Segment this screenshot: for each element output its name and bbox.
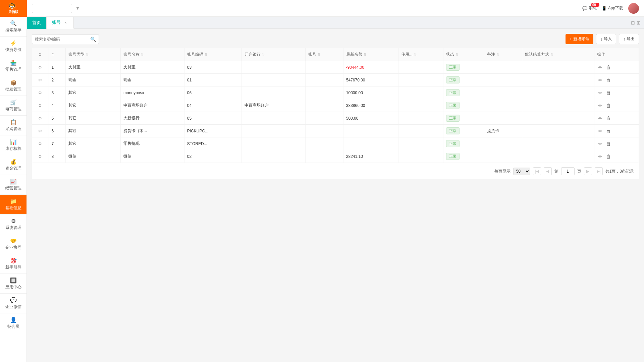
apps-icon: 🔲	[2, 277, 25, 284]
sidebar-item-members[interactable]: 👤 畅会员	[0, 313, 26, 333]
sidebar-item-purchase-label: 采购管理	[2, 126, 25, 132]
col-remark[interactable]: 备注⇅	[484, 48, 522, 61]
page-number-input[interactable]	[561, 167, 575, 175]
search-input[interactable]	[35, 37, 90, 42]
sidebar-item-apps[interactable]: 🔲 应用中心	[0, 274, 26, 294]
cell-type: 支付宝	[65, 61, 120, 74]
cell-usage	[398, 137, 443, 150]
delete-button[interactable]: 🗑	[605, 115, 612, 122]
app-download-button[interactable]: 📱 App下载	[602, 5, 623, 11]
cell-settings[interactable]: ⚙	[32, 99, 49, 112]
sidebar-item-system[interactable]: ⚙ 系统管理	[0, 215, 26, 234]
sidebar-item-ecommerce[interactable]: 🛒 电商管理	[0, 96, 26, 116]
cell-bank	[242, 86, 306, 99]
tab-account[interactable]: 账号 ×	[47, 17, 74, 29]
delete-button[interactable]: 🗑	[605, 128, 612, 134]
delete-button[interactable]: 🗑	[605, 153, 612, 160]
toolbar-right: + 新增账号 ↓ 导入 ↑ 导出	[566, 34, 639, 44]
sidebar-item-quick[interactable]: ⚡ 快捷导航	[0, 37, 26, 56]
cell-usage	[398, 112, 443, 125]
cell-settings[interactable]: ⚙	[32, 74, 49, 86]
next-page-button[interactable]: ▶	[584, 167, 592, 175]
sort-settlement-icon: ⇅	[550, 53, 553, 56]
cell-settings[interactable]: ⚙	[32, 112, 49, 125]
export-button[interactable]: ↑ 导出	[619, 34, 639, 44]
table-row: ⚙ 8 微信 微信 02 28241.10 正常 ✏ 🗑	[32, 150, 639, 163]
per-page-select[interactable]: 50 100	[513, 168, 530, 175]
delete-button[interactable]: 🗑	[605, 89, 612, 96]
edit-button[interactable]: ✏	[597, 128, 604, 134]
sidebar-item-guide[interactable]: 🎯 新手引导	[0, 254, 26, 274]
sidebar-item-operations[interactable]: 📈 经营管理	[0, 175, 26, 195]
cell-settings[interactable]: ⚙	[32, 86, 49, 99]
cell-account	[305, 86, 343, 99]
sidebar-item-purchase[interactable]: 📋 采购管理	[0, 116, 26, 135]
col-name[interactable]: 账号名称⇅	[121, 48, 184, 61]
sidebar-item-collaboration[interactable]: 🤝 企业协同	[0, 234, 26, 254]
tab-maximize-button[interactable]: ⊞	[637, 20, 641, 25]
column-settings-icon[interactable]: ⚙	[38, 52, 42, 57]
prev-page-button[interactable]: ◀	[544, 167, 552, 175]
cell-settings[interactable]: ⚙	[32, 125, 49, 137]
edit-button[interactable]: ✏	[597, 115, 604, 122]
cell-account	[305, 125, 343, 137]
cell-status: 正常	[443, 86, 484, 99]
cell-type: 微信	[65, 150, 120, 163]
edit-button[interactable]: ✏	[597, 140, 604, 147]
sidebar-item-basic[interactable]: 📁 基础信息	[0, 195, 26, 215]
delete-button[interactable]: 🗑	[605, 102, 612, 109]
delete-button[interactable]: 🗑	[605, 77, 612, 83]
cell-settings[interactable]: ⚙	[32, 137, 49, 150]
col-usage[interactable]: 使用...⇅	[398, 48, 443, 61]
edit-button[interactable]: ✏	[597, 153, 604, 160]
col-bank[interactable]: 开户银行⇅	[242, 48, 306, 61]
cell-name: 零售抵现	[121, 137, 184, 150]
edit-button[interactable]: ✏	[597, 64, 604, 71]
tab-close-button[interactable]: ×	[63, 20, 68, 25]
topbar-search-input[interactable]	[32, 4, 72, 13]
sidebar-item-wholesale[interactable]: 📦 批发管理	[0, 76, 26, 96]
sidebar-item-search[interactable]: 🔍 搜索菜单	[0, 17, 26, 37]
import-label: 导入	[604, 36, 612, 42]
sidebar-item-retail[interactable]: 🏪 零售管理	[0, 56, 26, 76]
cell-settings[interactable]: ⚙	[32, 61, 49, 74]
first-page-button[interactable]: |◀	[533, 167, 541, 175]
delete-button[interactable]: 🗑	[605, 140, 612, 147]
cell-status: 正常	[443, 137, 484, 150]
edit-button[interactable]: ✏	[597, 77, 604, 83]
status-badge: 正常	[446, 76, 460, 83]
message-button[interactable]: 💬 消息 99+	[582, 5, 597, 11]
import-button[interactable]: ↓ 导入	[596, 34, 616, 44]
edit-button[interactable]: ✏	[597, 89, 604, 96]
tab-minimize-button[interactable]: ⊡	[631, 20, 635, 25]
col-code[interactable]: 账号编码⇅	[184, 48, 241, 61]
edit-button[interactable]: ✏	[597, 102, 604, 109]
sidebar-item-finance[interactable]: 💰 资金管理	[0, 155, 26, 175]
cell-remark	[484, 61, 522, 74]
table-row: ⚙ 5 其它 大新银行 05 500.00 正常 ✏ 🗑	[32, 112, 639, 125]
last-page-button[interactable]: ▶|	[595, 167, 603, 175]
collaboration-icon: 🤝	[2, 238, 25, 244]
col-settings[interactable]: ⚙	[32, 48, 49, 61]
delete-button[interactable]: 🗑	[605, 64, 612, 71]
row-settings-icon: ⚙	[38, 90, 42, 95]
col-status[interactable]: 状态⇅	[443, 48, 484, 61]
col-account-label: 账号	[308, 52, 316, 57]
sidebar-item-inventory[interactable]: 📊 库存核算	[0, 135, 26, 155]
col-type[interactable]: 账号类型⇅	[65, 48, 120, 61]
cell-action: ✏ 🗑	[594, 150, 639, 163]
row-settings-icon: ⚙	[38, 154, 42, 159]
col-settlement[interactable]: 默认结算方式⇅	[522, 48, 594, 61]
user-avatar[interactable]	[628, 3, 639, 14]
cell-settings[interactable]: ⚙	[32, 150, 49, 163]
sidebar-item-wechat-work[interactable]: 💬 企业微信	[0, 294, 26, 313]
col-account[interactable]: 账号⇅	[305, 48, 343, 61]
col-balance[interactable]: 最新余额⇅	[343, 48, 398, 61]
status-badge: 正常	[446, 64, 460, 71]
topbar-dropdown-icon[interactable]: ▼	[75, 6, 80, 11]
sidebar-item-system-label: 系统管理	[2, 225, 25, 231]
add-account-button[interactable]: + 新增账号	[566, 34, 593, 44]
search-icon[interactable]: 🔍	[90, 37, 96, 42]
tab-home[interactable]: 首页	[27, 17, 47, 29]
sort-type-icon: ⇅	[86, 53, 89, 56]
